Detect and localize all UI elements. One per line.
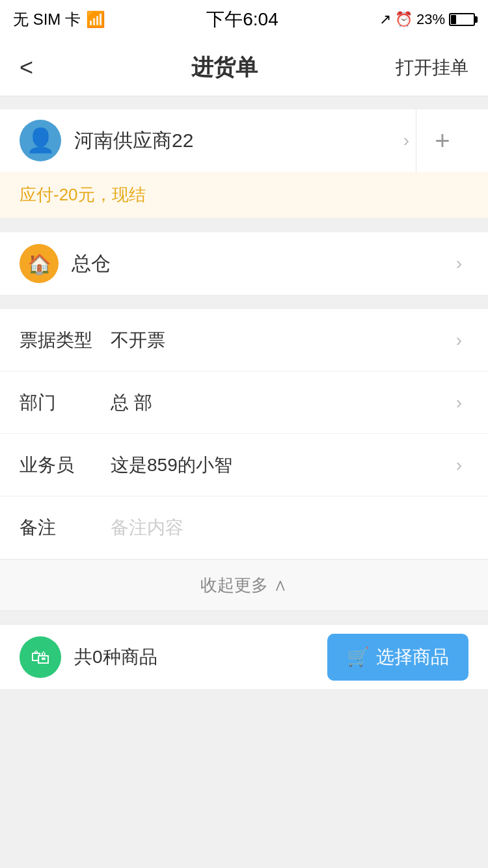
- rest-area: [0, 689, 488, 868]
- sales-label: 业务员: [20, 453, 111, 478]
- remark-label: 备注: [20, 515, 111, 540]
- select-btn-icon: 🛒: [347, 646, 370, 668]
- warehouse-name: 总仓: [72, 251, 456, 277]
- remark-input[interactable]: 备注内容: [111, 515, 468, 540]
- product-count: 共0种商品: [74, 645, 327, 670]
- nav-bar: < 进货单 打开挂单: [0, 39, 488, 96]
- product-icon-wrap: 🛍: [20, 636, 61, 678]
- invoice-label: 票据类型: [20, 328, 111, 353]
- status-time: 下午6:04: [206, 7, 278, 32]
- section-gap-1: [0, 96, 488, 109]
- supplier-chevron-icon: ›: [403, 130, 409, 151]
- alarm-icon: ⏰: [395, 11, 413, 28]
- collapse-label: 收起更多 ∧: [200, 574, 287, 597]
- notice-text: 应付-20元，现结: [20, 185, 146, 204]
- dept-chevron-icon: ›: [456, 392, 462, 413]
- add-supplier-button[interactable]: +: [416, 109, 468, 172]
- supplier-section: 👤 河南供应商22 › +: [0, 109, 488, 172]
- carrier-label: 无 SIM 卡: [13, 9, 81, 30]
- sales-chevron-icon: ›: [456, 455, 462, 476]
- invoice-chevron-icon: ›: [456, 330, 462, 351]
- supplier-row[interactable]: 👤 河南供应商22 ›: [20, 109, 416, 172]
- section-gap-4: [0, 611, 488, 624]
- person-icon: 👤: [26, 127, 55, 154]
- section-gap-2: [0, 218, 488, 231]
- status-bar: 无 SIM 卡 📶 下午6:04 ↗ ⏰ 23%: [0, 0, 488, 39]
- open-pending-button[interactable]: 打开挂单: [390, 55, 468, 80]
- dept-value: 总 部: [111, 390, 456, 415]
- warehouse-icon-wrap: 🏠: [20, 244, 59, 283]
- supplier-avatar: 👤: [20, 120, 61, 161]
- section-gap-3: [0, 295, 488, 308]
- location-icon: ↗: [379, 11, 391, 28]
- form-section: 票据类型 不开票 › 部门 总 部 › 业务员 这是859的小智 › 备注 备注…: [0, 309, 488, 559]
- invoice-value: 不开票: [111, 328, 456, 353]
- remark-row[interactable]: 备注 备注内容: [0, 496, 488, 559]
- wifi-icon: 📶: [86, 10, 105, 29]
- dept-label: 部门: [20, 390, 111, 415]
- select-product-button[interactable]: 🛒 选择商品: [327, 634, 468, 681]
- warehouse-chevron-icon: ›: [456, 253, 462, 274]
- supplier-name: 河南供应商22: [74, 128, 403, 154]
- sales-value: 这是859的小智: [111, 453, 456, 478]
- product-bag-icon: 🛍: [31, 646, 50, 668]
- warehouse-icon: 🏠: [27, 252, 51, 275]
- salesperson-row[interactable]: 业务员 这是859的小智 ›: [0, 434, 488, 496]
- status-left: 无 SIM 卡 📶: [13, 9, 105, 30]
- back-button[interactable]: <: [20, 54, 59, 81]
- warehouse-section[interactable]: 🏠 总仓 ›: [0, 232, 488, 295]
- page-title: 进货单: [59, 53, 390, 83]
- department-row[interactable]: 部门 总 部 ›: [0, 372, 488, 434]
- bottom-bar: 🛍 共0种商品 🛒 选择商品: [0, 624, 488, 689]
- notice-bar: 应付-20元，现结: [0, 172, 488, 218]
- battery-label: 23%: [416, 11, 445, 28]
- status-right: ↗ ⏰ 23%: [379, 11, 475, 28]
- select-btn-label: 选择商品: [376, 645, 449, 670]
- invoice-type-row[interactable]: 票据类型 不开票 ›: [0, 309, 488, 372]
- collapse-button[interactable]: 收起更多 ∧: [0, 559, 488, 611]
- battery-icon: [449, 13, 475, 26]
